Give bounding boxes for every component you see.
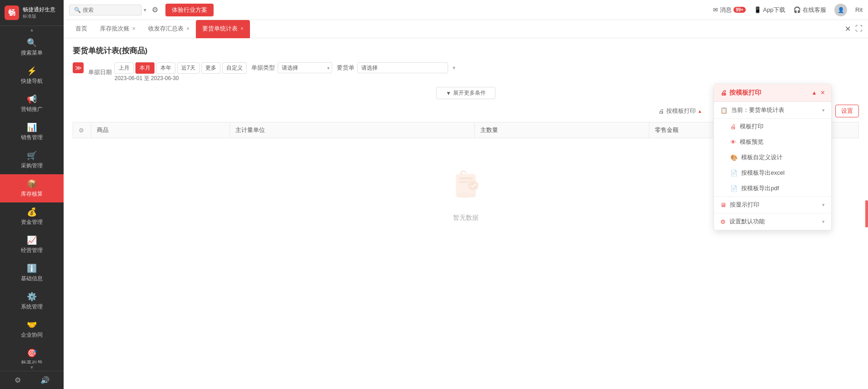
page-inner: 要货单统计表(按商品) ≫ 单据日期 上月 本月 本年 近7天 更多 自定义 bbox=[64, 38, 868, 389]
sidebar-item-search[interactable]: 🔍 搜索菜单 bbox=[0, 33, 64, 61]
sidebar-item-label: 快捷导航 bbox=[21, 77, 43, 85]
tab-receipt-summary-close[interactable]: × bbox=[186, 26, 190, 31]
dropdown-template-print[interactable]: 🖨 模板打印 bbox=[714, 119, 831, 134]
sidebar-item-label: 新手引导 bbox=[21, 359, 43, 364]
trial-button[interactable]: 体验行业方案 bbox=[165, 4, 214, 16]
print-icon: 🖨 bbox=[658, 108, 664, 115]
sidebar-item-shortcut[interactable]: ⚡ 快捷导航 bbox=[0, 61, 64, 90]
display-print-content: 🖥 按显示打印 bbox=[720, 201, 759, 209]
sidebar-item-sales[interactable]: 📊 销售管理 bbox=[0, 118, 64, 146]
export-excel-label: 按模板导出excel bbox=[741, 169, 784, 177]
volume-icon[interactable]: 🔊 bbox=[40, 376, 50, 384]
window-expand-btn[interactable]: ⛶ bbox=[855, 25, 863, 33]
req-type-select[interactable]: 请选择 bbox=[357, 62, 448, 73]
expand-more-button[interactable]: ▼ 展开更多条件 bbox=[436, 87, 495, 99]
date-btn-thisyear[interactable]: 本年 bbox=[156, 62, 175, 74]
svg-rect-2 bbox=[459, 177, 473, 179]
topbar-gear-icon[interactable]: ⚙ bbox=[152, 5, 158, 14]
tab-home[interactable]: 首页 bbox=[69, 20, 94, 38]
inventory-icon: 📦 bbox=[27, 179, 37, 189]
app-download-item[interactable]: 📱 App下载 bbox=[754, 6, 785, 14]
topbar-right: ✉ 消息 99+ 📱 App下载 🎧 在线客服 👤 Rit bbox=[713, 4, 863, 16]
table-settings-icon[interactable]: ⚙ bbox=[79, 127, 84, 134]
page-title: 要货单统计表(按商品) bbox=[73, 45, 859, 56]
sidebar-item-collab[interactable]: 🤝 企业协同 bbox=[0, 315, 64, 344]
dropdown-collapse-icon[interactable]: ▲ bbox=[812, 90, 817, 96]
print-btn[interactable]: 🖨 按模板打印 ▲ bbox=[655, 105, 706, 117]
col-product: 商品 bbox=[91, 122, 230, 138]
dropdown-template-section: 🖨 模板打印 👁 模板预览 🎨 模板自定义设计 bbox=[714, 119, 831, 197]
sidebar-item-label: 销售管理 bbox=[21, 134, 43, 141]
date-btn-7days[interactable]: 近7天 bbox=[177, 62, 200, 74]
sidebar-item-label: 采购管理 bbox=[21, 162, 43, 170]
tab-inventory-batch-close[interactable]: × bbox=[132, 26, 135, 31]
type-filter-group: 单据类型 请选择 要货单 bbox=[251, 62, 332, 73]
req-type-label: 要货单 bbox=[337, 64, 354, 72]
search-input[interactable] bbox=[83, 7, 137, 13]
search-icon: 🔍 bbox=[27, 38, 37, 48]
tab-order-stats[interactable]: 要货单统计表 × bbox=[196, 20, 250, 38]
date-btn-custom[interactable]: 自定义 bbox=[222, 62, 247, 74]
dropdown-header: 🖨 按模板打印 ▲ × bbox=[714, 84, 831, 102]
sidebar-scroll-up[interactable]: ▲ bbox=[0, 26, 64, 33]
sidebar-bottom: ⚙ 🔊 bbox=[0, 371, 64, 389]
settings-button[interactable]: 设置 bbox=[835, 105, 859, 117]
date-btn-lastmonth[interactable]: 上月 bbox=[115, 62, 134, 74]
type-filter-select[interactable]: 请选择 要货单 bbox=[278, 62, 332, 73]
print-btn-arrow: ▲ bbox=[698, 109, 702, 114]
date-btn-thismonth[interactable]: 本月 bbox=[135, 62, 155, 74]
message-icon: ✉ bbox=[713, 6, 718, 13]
dropdown-template-preview[interactable]: 👁 模板预览 bbox=[714, 134, 831, 150]
sidebar-item-finance[interactable]: 💰 资金管理 bbox=[0, 202, 64, 231]
operation-icon: 📈 bbox=[27, 235, 37, 245]
print-btn-label: 按模板打印 bbox=[666, 107, 696, 115]
main-area: 🔍 ▾ ⚙ 体验行业方案 ✉ 消息 99+ 📱 App下载 🎧 在线客服 👤 R… bbox=[64, 0, 868, 389]
export-pdf-icon: 📄 bbox=[730, 185, 738, 192]
dropdown-close-icon[interactable]: × bbox=[821, 89, 825, 97]
sidebar-scroll-down[interactable]: ▼ bbox=[0, 364, 64, 371]
dropdown-export-pdf[interactable]: 📄 按模板导出pdf bbox=[714, 181, 831, 196]
expand-more-icon: ▼ bbox=[446, 90, 451, 96]
sidebar-item-operation[interactable]: 📈 经营管理 bbox=[0, 231, 64, 259]
dropdown-template-design[interactable]: 🎨 模板自定义设计 bbox=[714, 150, 831, 165]
message-item[interactable]: ✉ 消息 99+ bbox=[713, 6, 746, 14]
avatar[interactable]: 👤 bbox=[834, 4, 847, 16]
template-print-label: 模板打印 bbox=[740, 122, 763, 131]
dropdown-current-item[interactable]: 📋 当前：要货单统计表 ▾ bbox=[714, 102, 831, 118]
svg-point-5 bbox=[469, 182, 477, 189]
template-print-icon: 🖨 bbox=[730, 123, 736, 130]
date-btn-more[interactable]: 更多 bbox=[201, 62, 220, 74]
template-preview-content: 👁 模板预览 bbox=[730, 138, 763, 146]
set-default-content: ⚙ 设置默认功能 bbox=[720, 217, 765, 226]
sidebar-item-basic[interactable]: ℹ️ 基础信息 bbox=[0, 259, 64, 287]
sidebar-item-inventory[interactable]: 📦 库存核算 bbox=[0, 174, 64, 202]
sidebar-item-guide[interactable]: 🎯 新手引导 bbox=[0, 344, 64, 364]
sales-icon: 📊 bbox=[27, 122, 37, 132]
sidebar-item-label: 资金管理 bbox=[21, 218, 43, 226]
finance-icon: 💰 bbox=[27, 207, 37, 217]
dropdown-default-section: ⚙ 设置默认功能 ▾ bbox=[714, 213, 831, 230]
dropdown-display-section: 🖥 按显示打印 ▾ bbox=[714, 197, 831, 213]
dropdown-export-excel[interactable]: 📄 按模板导出excel bbox=[714, 165, 831, 181]
dropdown-title: 🖨 按模板打印 bbox=[720, 89, 761, 97]
empty-illustration bbox=[448, 166, 484, 202]
tab-inventory-batch[interactable]: 库存批次账 × bbox=[94, 20, 142, 38]
dropdown-display-print[interactable]: 🖥 按显示打印 ▾ bbox=[714, 197, 831, 213]
sidebar-item-system[interactable]: ⚙️ 系统管理 bbox=[0, 287, 64, 315]
template-design-content: 🎨 模板自定义设计 bbox=[730, 153, 783, 162]
search-box[interactable]: 🔍 bbox=[69, 5, 142, 15]
window-close-btn[interactable]: ✕ bbox=[845, 25, 851, 33]
sidebar-item-marketing[interactable]: 📢 营销推广 bbox=[0, 90, 64, 118]
dropdown-set-default[interactable]: ⚙ 设置默认功能 ▾ bbox=[714, 213, 831, 230]
app-download-label: App下载 bbox=[763, 6, 785, 14]
tab-receipt-summary[interactable]: 收发存汇总表 × bbox=[142, 20, 196, 38]
template-print-content: 🖨 模板打印 bbox=[730, 122, 763, 131]
settings-bottom-icon[interactable]: ⚙ bbox=[15, 376, 21, 384]
filter-expand-button[interactable]: ≫ bbox=[73, 62, 84, 73]
tab-order-stats-close[interactable]: × bbox=[240, 26, 244, 31]
sidebar-item-purchase[interactable]: 🛒 采购管理 bbox=[0, 146, 64, 174]
sidebar-item-label: 搜索菜单 bbox=[21, 49, 43, 57]
sidebar-item-label: 营销推广 bbox=[21, 106, 43, 113]
online-service-item[interactable]: 🎧 在线客服 bbox=[793, 6, 826, 14]
search-dropdown-icon[interactable]: ▾ bbox=[144, 7, 146, 13]
